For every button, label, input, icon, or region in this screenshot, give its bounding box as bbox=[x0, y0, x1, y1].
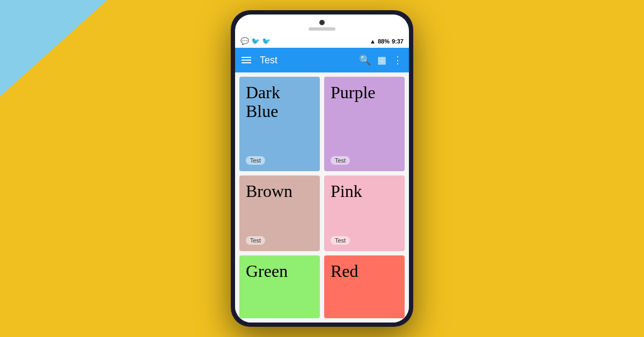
card-purple-badge: Test bbox=[331, 156, 350, 165]
twitter-icon-1: 🐦 bbox=[251, 37, 260, 46]
card-dark-blue-badge: Test bbox=[246, 156, 265, 165]
grid-view-button[interactable]: ▦ bbox=[377, 54, 386, 66]
card-purple-title: Purple bbox=[331, 83, 398, 152]
card-red[interactable]: Red bbox=[324, 255, 405, 318]
card-pink-badge: Test bbox=[331, 236, 350, 245]
menu-button[interactable] bbox=[241, 57, 251, 63]
speaker-grille bbox=[309, 27, 335, 31]
card-pink-title: Pink bbox=[331, 182, 398, 232]
phone-screen: 💬 🐦 🐦 ▲ 88% 9:37 Test 🔍 ▦ ⋮ Dark bbox=[235, 14, 409, 323]
wifi-icon: ▲ bbox=[370, 38, 376, 45]
app-bar: Test 🔍 ▦ ⋮ bbox=[235, 48, 409, 72]
card-brown-badge: Test bbox=[246, 236, 265, 245]
phone-shell: 💬 🐦 🐦 ▲ 88% 9:37 Test 🔍 ▦ ⋮ Dark bbox=[231, 10, 413, 327]
card-green[interactable]: Green bbox=[239, 255, 320, 318]
clock: 9:37 bbox=[392, 38, 404, 45]
card-green-title: Green bbox=[246, 262, 313, 312]
battery-text: 88% bbox=[378, 38, 390, 45]
status-system-icons: ▲ 88% 9:37 bbox=[370, 38, 404, 45]
card-pink[interactable]: Pink Test bbox=[324, 175, 405, 251]
phone-top-hardware bbox=[309, 20, 335, 31]
card-brown[interactable]: Brown Test bbox=[239, 175, 320, 251]
status-bar: 💬 🐦 🐦 ▲ 88% 9:37 bbox=[235, 35, 409, 48]
card-dark-blue[interactable]: Dark Blue Test bbox=[239, 77, 320, 171]
background-corner bbox=[0, 0, 107, 97]
card-red-title: Red bbox=[331, 262, 398, 312]
app-title: Test bbox=[260, 55, 353, 66]
more-options-button[interactable]: ⋮ bbox=[393, 54, 402, 66]
sms-icon: 💬 bbox=[240, 37, 249, 46]
card-dark-blue-title: Dark Blue bbox=[246, 83, 313, 152]
twitter-icon-2: 🐦 bbox=[262, 37, 270, 46]
search-button[interactable]: 🔍 bbox=[359, 54, 371, 66]
front-camera bbox=[319, 20, 325, 25]
content-grid: Dark Blue Test Purple Test Brown Test Pi… bbox=[235, 72, 409, 323]
card-purple[interactable]: Purple Test bbox=[324, 77, 405, 171]
card-brown-title: Brown bbox=[246, 182, 313, 232]
status-notification-icons: 💬 🐦 🐦 bbox=[240, 37, 270, 46]
